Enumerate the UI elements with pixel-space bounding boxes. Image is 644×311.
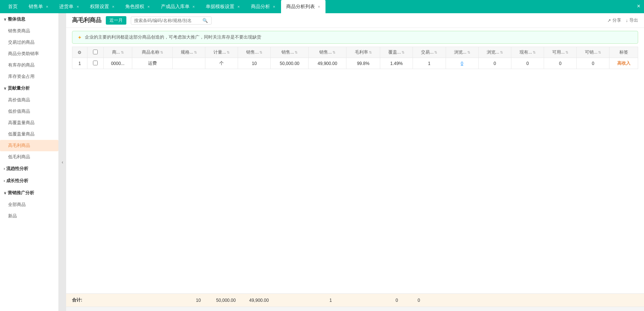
- sort-icon[interactable]: ⇅: [434, 50, 437, 54]
- sort-icon[interactable]: ⇅: [194, 50, 197, 54]
- sort-icon[interactable]: ⇅: [259, 50, 262, 54]
- data-table: ⚙商...⇅商品名称⇅规格...⇅计量...⇅销售...⇅销售...⇅销售...…: [72, 47, 638, 69]
- sidebar-item-低毛利商品[interactable]: 低毛利商品: [0, 151, 58, 163]
- nav-item-销售单[interactable]: 销售单×: [24, 0, 53, 13]
- col-header-标签: 标签: [609, 47, 638, 58]
- sidebar-group-整体信息[interactable]: ∨整体信息: [0, 13, 58, 25]
- sidebar-arrow-icon: ∨: [4, 86, 6, 90]
- row-code: 0000...: [103, 58, 132, 69]
- sidebar-item-销售类商品[interactable]: 销售类商品: [0, 25, 58, 37]
- sidebar-item-交易过的商品[interactable]: 交易过的商品: [0, 37, 58, 48]
- sidebar-group-营销推广分析[interactable]: ∨营销推广分析: [0, 187, 58, 199]
- sidebar-item-低覆盖量商品[interactable]: 低覆盖量商品: [0, 129, 58, 140]
- tab-close-icon[interactable]: ×: [237, 4, 240, 9]
- footer-cell: [276, 298, 298, 303]
- col-header-覆盖[interactable]: 覆盖...⇅: [380, 47, 413, 58]
- sidebar-collapse-button[interactable]: ‹: [59, 13, 66, 311]
- col-header-商[interactable]: 商...⇅: [103, 47, 132, 58]
- time-filter-button[interactable]: 近一月: [106, 16, 126, 25]
- content-area: 高毛利商品 近一月 🔍 ↗ 分享 ↓ 导出 ✦ 企业的主要的利润都是这部分商品创…: [66, 13, 644, 311]
- tab-close-icon[interactable]: ×: [273, 4, 275, 9]
- col-header-销售[interactable]: 销售...⇅: [271, 47, 309, 58]
- col-header-可用[interactable]: 可用...⇅: [544, 47, 577, 58]
- table-wrapper: ⚙商...⇅商品名称⇅规格...⇅计量...⇅销售...⇅销售...⇅销售...…: [66, 47, 644, 293]
- sidebar-item-新品[interactable]: 新品: [0, 210, 58, 222]
- select-all-checkbox[interactable]: [93, 50, 98, 54]
- row-index: 1: [72, 58, 87, 69]
- sort-icon[interactable]: ⇅: [533, 50, 536, 54]
- sort-icon[interactable]: ⇅: [295, 50, 298, 54]
- sidebar-group-贡献量分析[interactable]: ∨贡献量分析: [0, 82, 58, 94]
- col-header-: ⚙: [72, 47, 87, 58]
- sort-icon[interactable]: ⇅: [160, 50, 163, 54]
- col-header-浏览[interactable]: 浏览...⇅: [446, 47, 478, 58]
- search-input[interactable]: [134, 18, 200, 23]
- share-button[interactable]: ↗ 分享: [607, 17, 621, 23]
- col-header-规格[interactable]: 规格...⇅: [172, 47, 205, 58]
- sort-icon[interactable]: ⇅: [500, 50, 503, 54]
- table-footer: 合计: 1050,000.0049,900.00100: [66, 293, 644, 307]
- sidebar-item-商品分类助销率[interactable]: 商品分类助销率: [0, 48, 58, 59]
- row-transaction: 1: [413, 58, 446, 69]
- nav-item-商品分析列表[interactable]: 商品分析列表×: [281, 0, 325, 13]
- tab-close-icon[interactable]: ×: [112, 4, 114, 9]
- sidebar-item-有库存的商品[interactable]: 有库存的商品: [0, 59, 58, 71]
- col-header-毛利率[interactable]: 毛利率⇅: [346, 47, 380, 58]
- sort-icon[interactable]: ⇅: [467, 50, 470, 54]
- footer-cell: 50,000.00: [209, 298, 242, 303]
- row-browse1[interactable]: 0: [446, 58, 478, 69]
- sort-icon[interactable]: ⇅: [598, 50, 601, 54]
- sort-icon[interactable]: ⇅: [565, 50, 568, 54]
- sort-icon[interactable]: ⇅: [121, 50, 124, 54]
- col-header-交易[interactable]: 交易...⇅: [413, 47, 446, 58]
- horizontal-scrollbar[interactable]: [66, 307, 644, 311]
- nav-item-首页[interactable]: 首页: [3, 0, 23, 13]
- top-navigation: 首页销售单×进货单×权限设置×角色授权×产成品入库单×单据模板设置×商品分析×商…: [0, 0, 644, 13]
- sidebar-item-高毛利商品[interactable]: 高毛利商品: [0, 140, 58, 151]
- sort-icon[interactable]: ⇅: [402, 50, 404, 54]
- col-header-商品名称[interactable]: 商品名称⇅: [132, 47, 173, 58]
- sidebar-arrow-icon: ∨: [4, 17, 6, 21]
- tab-close-icon[interactable]: ×: [46, 4, 48, 9]
- sidebar-item-低价值商品[interactable]: 低价值商品: [0, 106, 58, 117]
- sidebar-group-成长性分析[interactable]: ›成长性分析: [0, 175, 58, 187]
- col-header-销售[interactable]: 销售...⇅: [309, 47, 346, 58]
- nav-item-角色授权[interactable]: 角色授权×: [120, 0, 155, 13]
- search-icon[interactable]: 🔍: [202, 18, 208, 23]
- row-tag[interactable]: 高收入: [609, 58, 638, 69]
- nav-item-权限设置[interactable]: 权限设置×: [85, 0, 119, 13]
- sort-icon[interactable]: ⇅: [227, 50, 230, 54]
- col-header-销售[interactable]: 销售...⇅: [238, 47, 271, 58]
- export-button[interactable]: ↓ 导出: [626, 17, 638, 23]
- search-box: 🔍: [131, 17, 212, 25]
- nav-item-产成品入库单[interactable]: 产成品入库单×: [156, 0, 200, 13]
- sidebar-item-全部商品[interactable]: 全部商品: [0, 199, 58, 210]
- footer-cell: [342, 298, 364, 303]
- tab-close-icon[interactable]: ×: [76, 4, 79, 9]
- close-all-tabs[interactable]: ×: [637, 3, 640, 10]
- nav-item-进货单[interactable]: 进货单×: [54, 0, 84, 13]
- col-header-可销[interactable]: 可销...⇅: [577, 47, 609, 58]
- header-actions: ↗ 分享 ↓ 导出: [607, 17, 638, 23]
- footer-cell: [298, 298, 320, 303]
- nav-item-单据模板设置[interactable]: 单据模板设置×: [201, 0, 245, 13]
- sidebar-group-流趋性分析[interactable]: ›流趋性分析: [0, 163, 58, 175]
- tab-close-icon[interactable]: ×: [193, 4, 195, 9]
- tab-close-icon[interactable]: ×: [147, 4, 150, 9]
- sort-icon[interactable]: ⇅: [332, 50, 335, 54]
- col-header-浏览[interactable]: 浏览...⇅: [478, 47, 511, 58]
- footer-cell: 1: [320, 298, 342, 303]
- col-header-计量[interactable]: 计量...⇅: [205, 47, 238, 58]
- sidebar-item-高覆盖量商品[interactable]: 高覆盖量商品: [0, 117, 58, 129]
- row-select-checkbox[interactable]: [93, 61, 98, 65]
- col-header-现有[interactable]: 现有...⇅: [511, 47, 544, 58]
- sort-icon[interactable]: ⇅: [369, 50, 372, 54]
- nav-item-商品分析[interactable]: 商品分析×: [246, 0, 280, 13]
- sidebar-item-库存资金占用[interactable]: 库存资金占用: [0, 71, 58, 82]
- tab-close-icon[interactable]: ×: [318, 4, 320, 9]
- sidebar-item-高价值商品[interactable]: 高价值商品: [0, 94, 58, 106]
- row-sales3: 49,900.00: [309, 58, 346, 69]
- row-coverage: 1.49%: [380, 58, 413, 69]
- row-spec: [172, 58, 205, 69]
- footer-cell: [165, 298, 187, 303]
